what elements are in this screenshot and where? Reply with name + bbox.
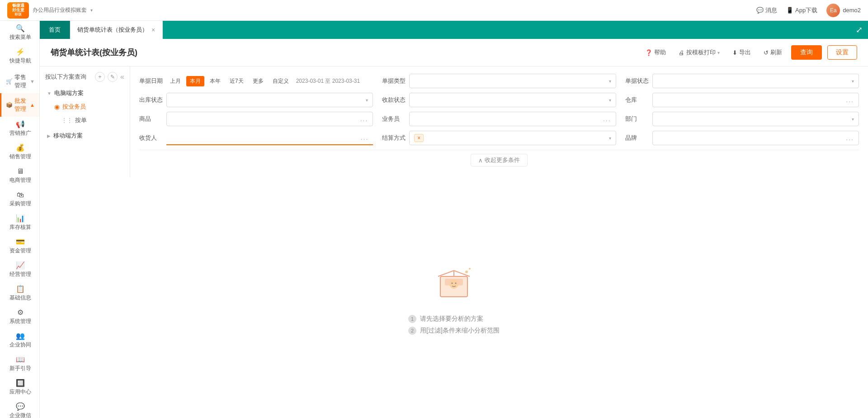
payment-status-select[interactable]: ▾ — [409, 93, 616, 107]
sidebar-item-collab[interactable]: 👥 企业协同 — [0, 328, 39, 352]
product-dots-icon[interactable]: ... — [360, 115, 368, 123]
date-tab-7days[interactable]: 近7天 — [226, 76, 247, 86]
brand-logo[interactable]: 畅捷通 好生意 标版 — [7, 2, 29, 19]
date-tab-this-month[interactable]: 本月 — [186, 76, 204, 86]
collapse-panel-btn[interactable]: « — [120, 73, 124, 81]
sidebar-item-system[interactable]: ⚙ 系统管理 — [0, 305, 39, 328]
salesman-select[interactable]: ... — [409, 112, 616, 126]
sidebar-item-label: 电商管理 — [9, 176, 31, 184]
out-status-select[interactable]: ▾ — [166, 93, 373, 107]
sub-scheme-label: 按单 — [75, 116, 87, 124]
out-status-label: 出库状态 — [139, 96, 163, 104]
sidebar-item-basic[interactable]: 📋 基础信息 — [0, 281, 39, 305]
settlement-tag-close[interactable]: × — [417, 135, 420, 141]
collapse-more-label: 收起更多条件 — [485, 156, 520, 164]
sidebar-item-finance[interactable]: 💳 资金管理 — [0, 234, 39, 258]
app-download-action[interactable]: 📱 App下载 — [786, 6, 817, 14]
guide-icon: 📖 — [16, 355, 25, 364]
date-tab-this-year[interactable]: 本年 — [206, 76, 224, 86]
refresh-label: 刷新 — [770, 48, 782, 57]
sidebar-item-label: 批发管理 — [14, 97, 30, 113]
sidebar-item-label: 资金管理 — [9, 247, 31, 255]
sidebar-item-purchase[interactable]: 🛍 采购管理 — [0, 187, 39, 211]
refresh-button[interactable]: ↺ 刷新 — [760, 47, 786, 58]
body-wrapper: 🔍 搜索菜单 ⚡ 快捷导航 🛒 零售管理 ▼ 📦 批发管理 ▲ 📢 营销推广 — [0, 21, 868, 418]
collapse-more-bar: ∧ 收起更多条件 — [139, 150, 859, 170]
sidebar-item-quick-nav[interactable]: ⚡ 快捷导航 — [0, 44, 39, 68]
help-icon: ❓ — [645, 49, 652, 56]
tab-expand[interactable]: ⤢ — [850, 25, 868, 35]
tab-active[interactable]: 销货单统计表（按业务员） × — [70, 21, 163, 39]
sidebar-item-sales[interactable]: 💰 销售管理 — [0, 140, 39, 164]
sidebar-item-operations[interactable]: 📈 经营管理 — [0, 258, 39, 281]
tip-num-1: 1 — [408, 315, 416, 323]
active-scheme-label: 按业务员 — [62, 103, 86, 111]
sidebar-item-wechat[interactable]: 💬 企业微信 — [0, 399, 39, 418]
tree-mobile-section[interactable]: ▶ 移动端方案 — [43, 129, 126, 142]
payment-status-label: 收款状态 — [382, 96, 406, 104]
receiver-input[interactable]: ... — [166, 131, 373, 145]
tree-pc-section[interactable]: ▼ 电脑端方案 — [43, 86, 126, 100]
brand-dots-icon[interactable]: ... — [846, 134, 854, 142]
date-tab-more[interactable]: 更多 — [249, 76, 267, 86]
edit-scheme-btn[interactable]: ✎ — [108, 72, 118, 82]
settings-button[interactable]: 设置 — [827, 45, 857, 60]
sidebar-item-label: 采购管理 — [9, 200, 31, 208]
salesman-label: 业务员 — [382, 115, 406, 123]
empty-tip-2: 2 用[过滤]条件来缩小分析范围 — [408, 327, 500, 335]
export-button[interactable]: ⬇ 导出 — [729, 47, 755, 58]
sidebar-item-label: 搜索菜单 — [9, 33, 31, 41]
header-left: 畅捷通 好生意 标版 办公用品行业模拟账套 ▾ — [7, 2, 93, 19]
finance-icon: 💳 — [16, 238, 25, 246]
collapse-more-button[interactable]: ∧ 收起更多条件 — [471, 154, 528, 166]
date-tab-last-month[interactable]: 上月 — [166, 76, 184, 86]
svg-point-3 — [469, 268, 471, 270]
sidebar-item-search[interactable]: 🔍 搜索菜单 — [0, 21, 39, 44]
sidebar-item-label: 企业微信 — [9, 412, 31, 418]
avatar: Ea — [826, 4, 840, 17]
receiver-label: 收货人 — [139, 134, 163, 142]
help-button[interactable]: ❓ 帮助 — [642, 47, 670, 58]
empty-tips: 1 请先选择要分析的方案 2 用[过滤]条件来缩小分析范围 — [408, 315, 500, 335]
payment-status-field: 收款状态 ▾ — [382, 93, 616, 107]
breadcrumb-arrow[interactable]: ▾ — [90, 8, 93, 13]
tab-home[interactable]: 首页 — [40, 21, 70, 39]
filter-row-4: 收货人 ... 结算方式 × ▾ — [139, 131, 859, 145]
sidebar-item-apps[interactable]: 🔲 应用中心 — [0, 375, 39, 399]
warehouse-select[interactable]: ... — [652, 93, 859, 107]
chevron-right-icon: ▶ — [47, 133, 51, 138]
date-label: 单据日期 — [139, 77, 163, 85]
receiver-dots-icon[interactable]: ... — [361, 134, 369, 141]
brand-select[interactable]: ... — [652, 131, 859, 145]
page-header: 销货单统计表(按业务员) ❓ 帮助 🖨 按模板打印 ▾ ⬇ 导出 ↺ 刷新 — [40, 39, 868, 66]
tree-salesman[interactable]: ◉ 按业务员 — [43, 100, 126, 114]
doc-type-select[interactable]: ▾ — [409, 74, 616, 88]
chevron-up-icon: ▲ — [30, 102, 35, 108]
dept-select[interactable]: ▾ — [652, 112, 859, 126]
sidebar-item-retail[interactable]: 🛒 零售管理 ▼ — [0, 70, 39, 93]
settlement-select[interactable]: × ▾ — [409, 131, 616, 145]
tree-by-doc[interactable]: ⋮⋮ 按单 — [43, 114, 126, 127]
product-select[interactable]: ... — [166, 112, 373, 126]
sidebar-item-marketing[interactable]: 📢 营销推广 — [0, 117, 39, 140]
add-scheme-btn[interactable]: + — [95, 72, 105, 82]
tab-close-icon[interactable]: × — [151, 27, 155, 33]
doc-status-select[interactable]: ▾ — [652, 74, 859, 88]
date-range-text: 2023-03-01 至 2023-03-31 — [296, 77, 360, 85]
sidebar: 🔍 搜索菜单 ⚡ 快捷导航 🛒 零售管理 ▼ 📦 批发管理 ▲ 📢 营销推广 — [0, 21, 40, 418]
sidebar-item-inventory[interactable]: 📊 库存核算 — [0, 211, 39, 234]
main-content: 首页 销货单统计表（按业务员） × ⤢ 销货单统计表(按业务员) ❓ 帮助 🖨 … — [40, 21, 868, 418]
filter-row-1: 单据日期 上月 本月 本年 近7天 更多 自定义 2023-03-01 至 20… — [139, 74, 859, 88]
print-button[interactable]: 🖨 按模板打印 ▾ — [675, 47, 723, 58]
user-action[interactable]: Ea demo2 — [826, 4, 861, 17]
sidebar-item-ecommerce[interactable]: 🖥 电商管理 — [0, 164, 39, 187]
help-label: 帮助 — [654, 48, 666, 57]
tab-bar: 首页 销货单统计表（按业务员） × ⤢ — [40, 21, 868, 39]
sidebar-item-guide[interactable]: 📖 新手引导 — [0, 352, 39, 375]
message-action[interactable]: 💬 消息 — [756, 6, 777, 14]
salesman-dots-icon[interactable]: ... — [603, 115, 611, 123]
date-tab-custom[interactable]: 自定义 — [269, 76, 292, 86]
warehouse-dots-icon[interactable]: ... — [846, 96, 854, 104]
query-button[interactable]: 查询 — [791, 45, 822, 60]
sidebar-item-wholesale[interactable]: 📦 批发管理 ▲ — [0, 93, 39, 117]
